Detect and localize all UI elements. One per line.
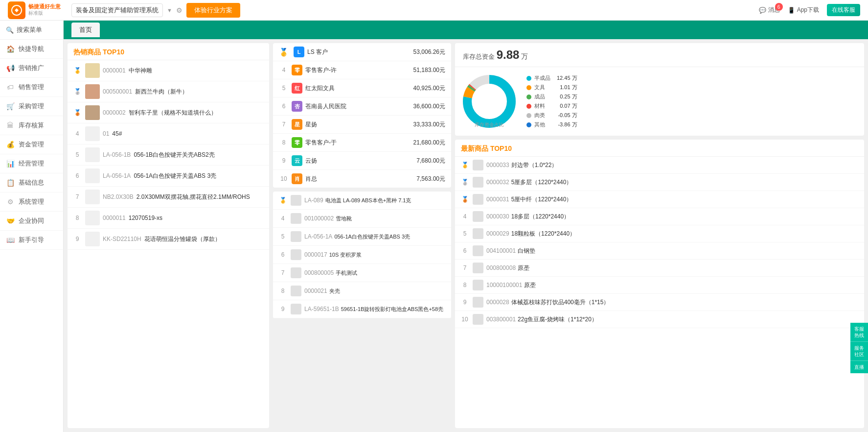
np-image <box>473 297 483 308</box>
list-item: 9 KK-SD22110H 花语萌恒温分雏罐袋（厚款） <box>68 229 269 250</box>
basic-info-icon: 📋 <box>6 178 15 187</box>
app-download-btn[interactable]: 📱 App下载 <box>788 6 819 14</box>
list-item: 7 星 星扬 33,333.00元 <box>273 116 451 134</box>
list-item: 4 001000002 雪地靴 <box>273 210 451 228</box>
sidebar-item-quick-nav[interactable]: 🏠 快捷导航 <box>0 40 63 59</box>
list-item: 5 红 红太阳文具 40,925.00元 <box>273 79 451 97</box>
donut-chart: 库存资金占比 <box>460 72 519 131</box>
product-image <box>85 168 100 183</box>
service-community-btn[interactable]: 服务 社区 <box>850 342 868 361</box>
ts-image <box>291 231 301 242</box>
list-item: 4 零 零售客户-许 51,183.00元 <box>273 61 451 79</box>
new-products-title: 最新商品 TOP10 <box>455 140 864 157</box>
donut-label: 库存资金占比 <box>475 121 504 128</box>
hot-products-panel: 热销商品 TOP10 🥇 0000001 中华神雕 🥈 000500001 新西… <box>68 43 269 428</box>
sidebar-item-basic-info[interactable]: 📋 基础信息 <box>0 173 63 192</box>
avatar: 肖 <box>292 173 302 184</box>
np-image <box>473 211 483 222</box>
np-image <box>473 160 483 170</box>
list-item: 🥇 L LS 客户 53,006.26元 <box>273 43 451 61</box>
topbar-right: 💬 消息 6 📱 App下载 在线客服 <box>759 4 860 16</box>
list-item: 5 0000029 18颗粒板（1220*2440） <box>455 225 864 242</box>
ts-image <box>291 195 301 206</box>
gear-icon[interactable]: ⚙ <box>176 6 183 14</box>
guide-icon: 📖 <box>6 236 15 244</box>
trial-button[interactable]: 体验行业方案 <box>186 3 240 18</box>
sidebar-item-marketing[interactable]: 📢 营销推广 <box>0 59 63 78</box>
avatar: 零 <box>292 65 302 75</box>
inventory-panel: 库存总资金 9.88 万 <box>455 43 864 136</box>
ts-image <box>291 249 301 260</box>
list-item: 🥇 LA-089 电池盖 LA-089 ABS本色+黑种 7.1克 <box>273 192 451 210</box>
sidebar-item-system[interactable]: ⚙ 系统管理 <box>0 192 63 212</box>
list-item: 9 LA-59651-1B 59651-1B旋转投影灯电池盒ABS黑色+58壳 <box>273 300 451 318</box>
avatar: 云 <box>292 155 302 166</box>
sidebar-item-finance[interactable]: 💰 资金管理 <box>0 135 63 154</box>
float-buttons: 客服 热线 服务 社区 直播 <box>850 323 868 373</box>
list-item: 6 004100001 白钢垫 <box>455 242 864 260</box>
np-image <box>473 194 483 205</box>
np-image <box>473 245 483 256</box>
product-image <box>85 84 100 99</box>
list-item: 8 10000100001 原垄 <box>455 277 864 294</box>
list-item: 6 LA-056-1A 056-1A白色按键开关盖ABS 3壳 <box>68 166 269 187</box>
sales-icon: 🏷 <box>6 83 15 92</box>
sidebar-item-guide[interactable]: 📖 新手引导 <box>0 231 63 250</box>
list-item: 9 0000028 体械荔枝味苏打饮品400毫升（1*15） <box>455 294 864 311</box>
list-item: 7 NB2.0X30B 2.0X30MM双摆花轴,摆花直径2.1MM/ROHS <box>68 187 269 208</box>
avatar: 红 <box>292 83 302 94</box>
sidebar-item-operations[interactable]: 📊 经营管理 <box>0 154 63 173</box>
search-menu[interactable]: 🔍 搜索菜单 <box>0 21 63 40</box>
customer-top10-panel: 🥇 L LS 客户 53,006.26元 4 零 零售客户-许 51,183.0… <box>273 43 451 188</box>
mid-panel: 🥇 L LS 客户 53,006.26元 4 零 零售客户-许 51,183.0… <box>269 39 455 432</box>
content-area: 首页 热销商品 TOP10 🥇 0000001 中华神雕 <box>64 21 868 432</box>
sidebar-item-inventory[interactable]: 🏛 库存核算 <box>0 116 63 135</box>
sidebar-item-sales[interactable]: 🏷 销售管理 <box>0 78 63 97</box>
legend-item: 半成品 12.45 万 <box>526 74 577 82</box>
notification-btn[interactable]: 💬 消息 6 <box>759 6 780 14</box>
inventory-icon: 🏛 <box>6 121 15 130</box>
topbar-center: 装备及固定资产辅助管理系统 ▼ ⚙ 体验行业方案 <box>71 3 759 18</box>
list-item: 🥇 0000001 中华神雕 <box>68 60 269 81</box>
legend-item: 材料 0.07 万 <box>526 102 577 110</box>
legend-dot <box>526 95 531 99</box>
list-item: 9 云 云扬 7,680.00元 <box>273 152 451 170</box>
np-image <box>473 177 483 188</box>
product-image <box>85 126 100 141</box>
list-item: 6 0000017 10S 变积罗浆 <box>273 246 451 264</box>
enterprise-icon: 🤝 <box>6 216 15 225</box>
legend-dot <box>526 113 531 118</box>
product-image <box>85 147 100 162</box>
ts-image <box>291 267 301 278</box>
sidebar: 🔍 搜索菜单 🏠 快捷导航 📢 营销推广 🏷 销售管理 🛒 采购管理 🏛 库存核… <box>0 21 64 432</box>
np-image <box>473 314 483 325</box>
live-stream-btn[interactable]: 直播 <box>850 361 868 373</box>
topbar: 畅捷通好生意 标准版 装备及固定资产辅助管理系统 ▼ ⚙ 体验行业方案 💬 消息… <box>0 0 868 21</box>
online-service-btn[interactable]: 在线客服 <box>827 4 860 16</box>
product-image <box>85 190 100 204</box>
marketing-icon: 📢 <box>6 64 15 72</box>
tab-home[interactable]: 首页 <box>71 23 100 37</box>
logo: 畅捷通好生意 标准版 <box>8 1 71 19</box>
sidebar-item-purchase[interactable]: 🛒 采购管理 <box>0 97 63 116</box>
list-item: 🥈 0000032 5厘多层（1220*2440） <box>455 174 864 191</box>
avatar: L <box>294 47 304 57</box>
sidebar-item-enterprise[interactable]: 🤝 企业协同 <box>0 212 63 231</box>
legend-dot <box>526 85 531 90</box>
search-icon: 🔍 <box>6 26 14 34</box>
product-image <box>85 63 100 78</box>
list-item: 7 000800008 原垄 <box>455 260 864 277</box>
system-name: 装备及固定资产辅助管理系统 <box>71 3 163 17</box>
list-item: 6 杏 苍南县人民医院 36,600.00元 <box>273 97 451 116</box>
main-layout: 🔍 搜索菜单 🏠 快捷导航 📢 营销推广 🏷 销售管理 🛒 采购管理 🏛 库存核… <box>0 21 868 432</box>
customer-service-btn[interactable]: 客服 热线 <box>850 323 868 342</box>
legend-item: 文具 1.01 万 <box>526 84 577 91</box>
ts-image <box>291 213 301 224</box>
hot-products-title: 热销商品 TOP10 <box>68 43 269 60</box>
avatar: 杏 <box>292 101 302 112</box>
home-icon: 🏠 <box>6 45 15 53</box>
avatar: 星 <box>292 119 302 130</box>
notification-badge: 6 <box>775 3 783 11</box>
dropdown-icon[interactable]: ▼ <box>167 7 172 13</box>
list-item: 8 0000011 12070519-xs <box>68 208 269 229</box>
